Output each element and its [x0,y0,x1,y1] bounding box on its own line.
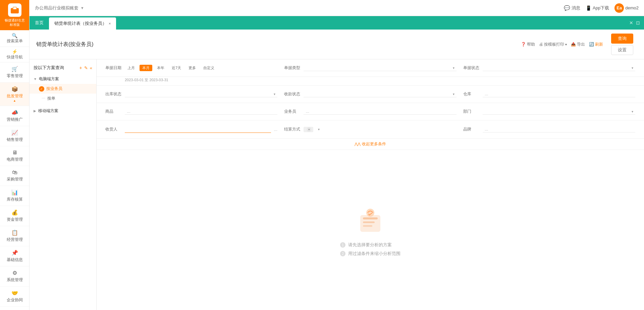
content-wrapper: 按以下方案查询 + ✎ « ▼ 电脑端方案 ✓ 按业务员 [30,59,644,310]
set-button[interactable]: 设置 [611,45,633,55]
pc-scheme-label: 电脑端方案 [39,76,59,82]
pc-scheme-group: ▼ 电脑端方案 ✓ 按业务员 ⋯ 按单 [30,73,96,105]
sidebar-item-ecommerce[interactable]: 🖥 电商管理 [0,146,29,166]
sidebar-item-retail[interactable]: 🛒 零售管理 [0,62,29,83]
date-custom-btn[interactable]: 自定义 [201,65,217,71]
brand-select[interactable]: … [483,126,635,133]
tab-home[interactable]: 首页 [30,16,49,30]
logo-icon [8,3,21,17]
marketing-icon: 📣 [11,109,18,116]
export-button[interactable]: 📤 导出 [571,42,585,47]
sidebar-item-sales[interactable]: 📈 销售管理 [0,126,29,146]
page-header: 销货单统计表(按业务员) ❓ 帮助 🖨 按模板打印 ▾ 📤 导出 🔄 刷新 [30,30,644,59]
header-dropdown-icon[interactable]: ▾ [81,5,84,10]
payment-method-clear-button[interactable]: × [307,127,311,132]
goods-select[interactable]: … [125,108,277,115]
date-filter: 上月 本月 本年 近7天 更多 自定义 [125,65,277,71]
sidebar-item-inventory[interactable]: 📊 库存核算 [0,186,29,206]
tab-bar: 首页 销货单统计表（按业务员） × ✕ ⊡ [30,16,644,30]
page-actions: ❓ 帮助 🖨 按模板打印 ▾ 📤 导出 🔄 刷新 查询 [521,34,637,55]
svg-rect-4 [363,217,378,219]
date-this-year-btn[interactable]: 本年 [154,65,167,71]
message-button[interactable]: 💬 消息 [564,5,580,11]
sidebar-item-finance[interactable]: 💰 资金管理 [0,206,29,226]
add-scheme-button[interactable]: + [79,65,82,70]
tip-num-1: 1 [340,242,345,248]
sidebar-item-enterprise[interactable]: 🤝 企业协同 [0,287,29,307]
date-last7-btn[interactable]: 近7天 [169,65,184,71]
date-more-btn[interactable]: 更多 [186,65,199,71]
collapse-panel-button[interactable]: « [90,65,92,70]
department-select[interactable]: ▾ [483,109,635,115]
query-button[interactable]: 查询 [611,34,633,44]
operations-icon: 📋 [11,229,18,236]
mobile-scheme-label: 移动端方案 [38,108,58,114]
print-icon: 🖨 [539,42,543,47]
refresh-button[interactable]: 🔄 刷新 [589,42,603,47]
payment-method-select[interactable]: ▾ [316,126,322,132]
doctype-select[interactable]: ▾ [304,65,456,71]
salesman-label: 业务员 [284,109,301,114]
stockout-select[interactable]: ▾ [125,91,277,97]
svg-point-7 [366,209,374,217]
payment-status-label: 收款状态 [284,91,301,97]
refresh-icon: 🔄 [589,42,594,47]
date-last-month-btn[interactable]: 上月 [125,65,138,71]
scheme-item-salesman[interactable]: ✓ 按业务员 [30,84,96,94]
receiver-input[interactable] [125,126,271,133]
top-header: 办公用品行业模拟账套 ▾ 💬 消息 📱 App下载 Ea demo2 [30,0,644,16]
payment-status-arrow-icon: ▾ [453,92,454,96]
pc-scheme-title[interactable]: ▼ 电脑端方案 [30,74,96,84]
payment-status-select[interactable]: ▾ [304,91,456,97]
scheme-item-order[interactable]: ⋯ 按单 [30,94,96,103]
warehouse-select[interactable]: … [483,91,635,97]
right-panel: 单据日期 上月 本月 本年 近7天 更多 自定义 单据类型 [97,59,644,310]
user-profile[interactable]: Ea demo2 [614,3,639,13]
finance-icon: 💰 [11,209,18,216]
tab-close-window-button[interactable]: ✕ [629,20,633,25]
tab-fullscreen-button[interactable]: ⊡ [636,20,640,25]
sidebar-item-system[interactable]: ⚙ 系统管理 [0,266,29,287]
main-area: 办公用品行业模拟账套 ▾ 💬 消息 📱 App下载 Ea demo2 首页 [30,0,644,310]
collapse-bar[interactable]: ⋀⋀ 收起更多条件 [97,139,644,150]
template-print-button[interactable]: 🖨 按模板打印 ▾ [539,42,567,47]
collapse-label: 收起更多条件 [362,141,386,147]
help-button[interactable]: ❓ 帮助 [521,42,535,47]
sidebar-item-basic-info[interactable]: 📌 基础信息 [0,246,29,266]
salesman-select[interactable]: … [304,108,456,115]
enterprise-icon: 🤝 [11,290,18,296]
docstatus-select[interactable]: ▾ [483,65,635,71]
sidebar-item-guide[interactable]: 📖 新手引导 [0,307,29,310]
sidebar-item-purchase[interactable]: 🛍 采购管理 [0,166,29,186]
app-download-button[interactable]: 📱 App下载 [586,5,609,11]
brand-value: … [485,127,488,131]
scheme-active-label: 按业务员 [46,86,62,92]
quick-nav-item[interactable]: ⚡ 快捷导航 [0,47,29,62]
filter-item-warehouse: 仓库 … [460,89,639,99]
left-panel: 按以下方案查询 + ✎ « ▼ 电脑端方案 ✓ 按业务员 [30,59,97,310]
search-menu-item[interactable]: 🔍 搜索菜单 [0,30,29,47]
mobile-scheme-title[interactable]: ▶ 移动端方案 [30,106,96,116]
edit-scheme-button[interactable]: ✎ [84,65,88,70]
print-dropdown-icon: ▾ [565,43,567,46]
avatar: Ea [614,3,624,13]
empty-tip-2: 2 用过滤条件来缩小分析范围 [340,251,400,257]
sidebar-item-wholesale[interactable]: 📦 批发管理 ▲ [0,83,29,106]
left-panel-icons: + ✎ « [79,65,92,70]
sidebar-item-operations[interactable]: 📋 经营管理 [0,226,29,246]
filter-item-department: 部门 ▾ [460,106,639,117]
sidebar-item-marketing[interactable]: 📣 营销推广 [0,106,29,126]
docstatus-arrow-icon: ▾ [632,66,633,70]
filter-item-goods: 商品 … [102,106,281,117]
empty-tips: 1 请先选择要分析的方案 2 用过滤条件来缩小分析范围 [340,242,400,257]
date-this-month-btn[interactable]: 本月 [140,65,152,71]
tab-close-button[interactable]: × [109,21,111,25]
retail-icon: 🛒 [11,66,18,72]
tab-active[interactable]: 销货单统计表（按业务员） × [49,17,116,30]
account-name: 办公用品行业模拟账套 [35,5,78,11]
svg-rect-6 [363,225,372,227]
payment-method-value: × [304,127,313,132]
receiver-more-icon[interactable]: … [274,127,277,132]
date-label: 单据日期 [105,65,122,71]
warehouse-label: 仓库 [463,91,480,97]
